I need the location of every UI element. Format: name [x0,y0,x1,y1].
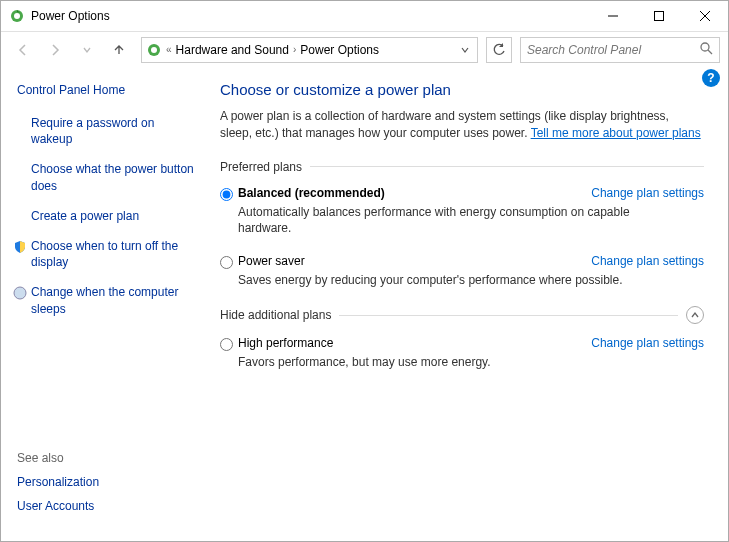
breadcrumb-sep-icon: « [166,44,172,55]
power-options-icon [9,8,25,24]
svg-line-9 [708,50,712,54]
learn-more-link[interactable]: Tell me more about power plans [531,126,701,140]
plan-name[interactable]: Power saver [238,254,305,268]
plan-high-performance: High performance Change plan settings Fa… [220,336,704,370]
sidebar-item-label: Change when the computer sleeps [31,285,178,315]
search-input[interactable] [527,43,699,57]
back-button[interactable] [9,36,37,64]
additional-plans-header[interactable]: Hide additional plans [220,306,704,324]
sidebar-item-require-password[interactable]: Require a password on wakeup [17,115,194,147]
help-icon[interactable]: ? [702,69,720,87]
svg-point-1 [14,13,20,19]
search-icon[interactable] [699,41,713,58]
change-plan-settings-link[interactable]: Change plan settings [591,254,704,268]
see-also-section: See also Personalization User Accounts [17,451,99,523]
svg-point-10 [14,287,26,299]
control-panel-home-link[interactable]: Control Panel Home [17,83,194,97]
change-plan-settings-link[interactable]: Change plan settings [591,336,704,350]
search-box[interactable] [520,37,720,63]
close-button[interactable] [682,1,728,31]
page-title: Choose or customize a power plan [220,81,704,98]
sidebar: Control Panel Home Require a password on… [1,67,206,541]
svg-rect-3 [655,12,664,21]
main-panel: ? Choose or customize a power plan A pow… [206,67,728,541]
section-label: Preferred plans [220,160,302,174]
shield-icon [13,240,27,254]
see-also-header: See also [17,451,99,465]
plan-balanced: Balanced (recommended) Change plan setti… [220,186,704,236]
see-also-personalization[interactable]: Personalization [17,475,99,489]
sidebar-item-create-plan[interactable]: Create a power plan [17,208,194,224]
up-button[interactable] [105,36,133,64]
plan-name[interactable]: High performance [238,336,333,350]
window-title: Power Options [31,9,110,23]
breadcrumb[interactable]: « Hardware and Sound › Power Options [141,37,478,63]
plan-name[interactable]: Balanced (recommended) [238,186,385,200]
plan-radio-balanced[interactable] [220,188,233,201]
sidebar-item-power-button[interactable]: Choose what the power button does [17,161,194,193]
change-plan-settings-link[interactable]: Change plan settings [591,186,704,200]
power-options-icon [146,42,162,58]
plan-description: Saves energy by reducing your computer's… [238,272,704,288]
recent-dropdown[interactable] [73,36,101,64]
breadcrumb-dropdown[interactable] [456,39,474,61]
sidebar-item-computer-sleeps[interactable]: Change when the computer sleeps [17,284,194,316]
breadcrumb-item[interactable]: Power Options [300,43,379,57]
sidebar-item-turn-off-display[interactable]: Choose when to turn off the display [17,238,194,270]
plan-radio-high-performance[interactable] [220,338,233,351]
breadcrumb-item[interactable]: Hardware and Sound [176,43,289,57]
minimize-button[interactable] [590,1,636,31]
svg-point-7 [151,47,157,53]
section-label: Hide additional plans [220,308,331,322]
plan-description: Favors performance, but may use more ene… [238,354,704,370]
sidebar-item-label: Choose when to turn off the display [31,239,178,269]
svg-point-8 [701,43,709,51]
plan-power-saver: Power saver Change plan settings Saves e… [220,254,704,288]
title-bar: Power Options [1,1,728,31]
plan-radio-power-saver[interactable] [220,256,233,269]
nav-bar: « Hardware and Sound › Power Options [1,31,728,67]
see-also-user-accounts[interactable]: User Accounts [17,499,99,513]
maximize-button[interactable] [636,1,682,31]
refresh-button[interactable] [486,37,512,63]
forward-button[interactable] [41,36,69,64]
chevron-up-icon[interactable] [686,306,704,324]
page-description: A power plan is a collection of hardware… [220,108,704,142]
preferred-plans-header: Preferred plans [220,160,704,174]
chevron-right-icon: › [293,44,296,55]
plan-description: Automatically balances performance with … [238,204,704,236]
globe-icon [13,286,27,300]
